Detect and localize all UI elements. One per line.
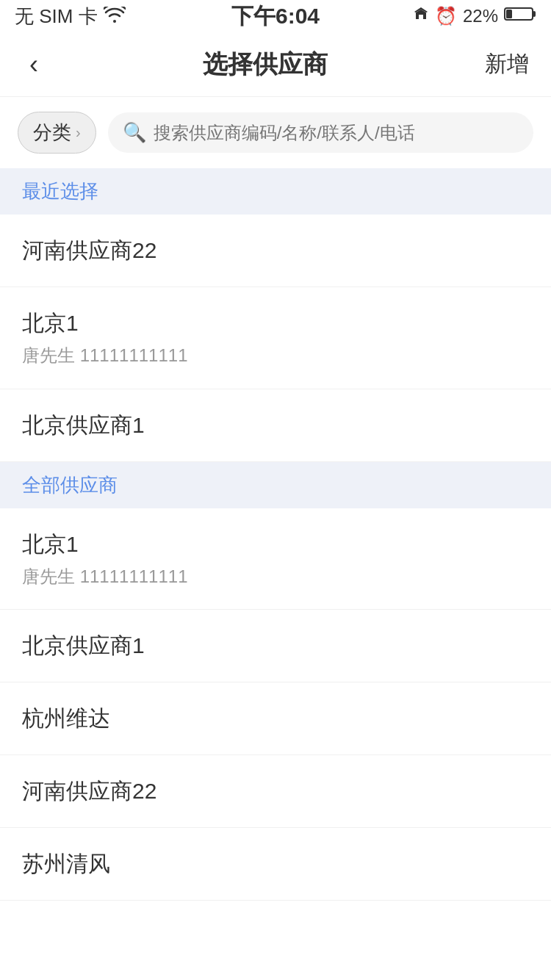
page-title: 选择供应商 — [203, 48, 328, 82]
add-button[interactable]: 新增 — [485, 49, 529, 79]
status-left: 无 SIM 卡 — [15, 4, 126, 29]
battery-text: 22% — [463, 6, 498, 26]
status-time: 下午6:04 — [231, 1, 320, 32]
category-button[interactable]: 分类 › — [18, 112, 96, 154]
search-box: 🔍 — [108, 112, 533, 153]
item-name: 河南供应商22 — [22, 235, 529, 266]
svg-rect-2 — [533, 11, 536, 17]
alarm-icon: ⏰ — [435, 6, 457, 26]
list-item[interactable]: 苏州清风 — [0, 828, 551, 901]
battery-icon — [504, 6, 536, 26]
item-name: 北京供应商1 — [22, 410, 529, 441]
location-icon — [413, 6, 429, 26]
filter-bar: 分类 › 🔍 — [0, 97, 551, 168]
item-sub: 唐先生 11111111111 — [22, 343, 529, 368]
list-item[interactable]: 北京供应商1 — [0, 389, 551, 462]
item-name: 北京1 — [22, 308, 529, 339]
all-section-label: 全部供应商 — [22, 474, 118, 496]
item-name: 苏州清风 — [22, 849, 529, 879]
category-label: 分类 — [33, 120, 71, 145]
list-item[interactable]: 北京1唐先生 11111111111 — [0, 508, 551, 610]
status-bar: 无 SIM 卡 下午6:04 ⏰ 22% — [0, 0, 551, 32]
recent-section-label: 最近选择 — [22, 180, 98, 202]
item-name: 北京1 — [22, 529, 529, 560]
search-input[interactable] — [154, 123, 519, 143]
item-name: 北京供应商1 — [22, 630, 529, 661]
all-list: 北京1唐先生 11111111111北京供应商1杭州维达河南供应商22苏州清风 — [0, 508, 551, 901]
recent-section-header: 最近选择 — [0, 168, 551, 215]
chevron-right-icon: › — [76, 124, 81, 141]
list-item[interactable]: 河南供应商22 — [0, 215, 551, 287]
list-item[interactable]: 北京供应商1 — [0, 610, 551, 682]
list-item[interactable]: 北京1唐先生 11111111111 — [0, 287, 551, 389]
list-item[interactable]: 河南供应商22 — [0, 755, 551, 828]
list-item[interactable]: 杭州维达 — [0, 682, 551, 755]
sim-label: 无 SIM 卡 — [15, 4, 98, 29]
svg-rect-1 — [506, 10, 512, 18]
recent-list: 河南供应商22北京1唐先生 11111111111北京供应商1 — [0, 215, 551, 462]
wifi-icon — [104, 5, 126, 28]
item-name: 杭州维达 — [22, 703, 529, 734]
search-icon: 🔍 — [123, 121, 146, 144]
status-right: ⏰ 22% — [413, 6, 536, 26]
all-section-header: 全部供应商 — [0, 462, 551, 508]
item-sub: 唐先生 11111111111 — [22, 564, 529, 589]
item-name: 河南供应商22 — [22, 776, 529, 807]
nav-bar: ‹ 选择供应商 新增 — [0, 32, 551, 97]
back-button[interactable]: ‹ — [22, 42, 46, 87]
